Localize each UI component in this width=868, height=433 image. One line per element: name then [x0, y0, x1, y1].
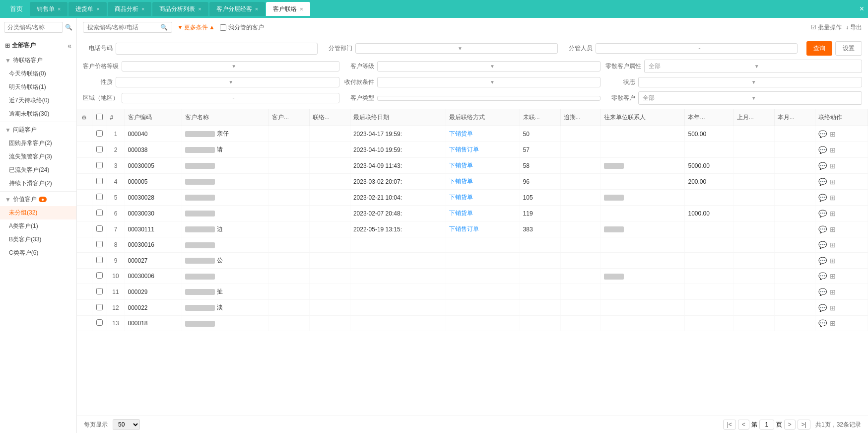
tab-customer-segment[interactable]: 客户分层经客 ×	[209, 2, 265, 16]
td-checkbox[interactable]	[92, 221, 107, 237]
td-checkbox[interactable]	[92, 284, 107, 300]
scatter-attr-select[interactable]: 全部 ▼	[644, 60, 862, 73]
th-settings[interactable]: ⚙	[77, 109, 92, 126]
query-button[interactable]: 查询	[806, 41, 832, 56]
dept-select[interactable]: ▼	[355, 43, 557, 54]
last-way-link[interactable]: 下销售订单	[449, 225, 479, 232]
reset-button[interactable]: 设置	[835, 41, 862, 56]
td-settings[interactable]	[77, 206, 92, 221]
message-icon[interactable]: 💬	[818, 130, 827, 138]
nature-select[interactable]: ▼	[116, 77, 339, 87]
td-settings[interactable]	[77, 253, 92, 269]
td-settings[interactable]	[77, 300, 92, 316]
message-icon[interactable]: 💬	[818, 272, 827, 280]
scatter-customer-select[interactable]: 全部 ▼	[638, 91, 862, 105]
sidebar-item-churned[interactable]: 已流失客户(24)	[0, 163, 76, 177]
row-checkbox[interactable]	[96, 304, 103, 310]
sidebar-item-tomorrow[interactable]: 明天待联络(1)	[0, 80, 76, 94]
grid-action-icon[interactable]: ⊞	[830, 146, 836, 154]
td-checkbox[interactable]	[92, 158, 107, 174]
sidebar-item-ungroup[interactable]: 未分组(32)	[0, 206, 76, 219]
sidebar-item-class-b[interactable]: B类客户(33)	[0, 233, 76, 246]
message-icon[interactable]: 💬	[818, 304, 827, 312]
sidebar-group-pending[interactable]: ▼ 待联络客户	[0, 54, 76, 67]
tab-sales-order[interactable]: 销售单 ×	[30, 2, 67, 16]
close-product-analysis-list-icon[interactable]: ×	[198, 6, 201, 12]
message-icon[interactable]: 💬	[818, 225, 827, 233]
message-icon[interactable]: 💬	[818, 194, 827, 202]
region-select[interactable]: ···	[122, 93, 339, 103]
close-purchase-order-icon[interactable]: ×	[96, 6, 99, 12]
phone-input[interactable]	[116, 43, 318, 55]
close-all-tabs-icon[interactable]: ×	[860, 4, 864, 13]
sidebar-item-churn-warning[interactable]: 流失预警客户(3)	[0, 150, 76, 163]
row-checkbox[interactable]	[96, 257, 103, 263]
message-icon[interactable]: 💬	[818, 146, 827, 154]
td-checkbox[interactable]	[92, 174, 107, 190]
message-icon[interactable]: 💬	[818, 241, 827, 249]
sidebar-item-class-a[interactable]: A类客户(1)	[0, 219, 76, 233]
td-settings[interactable]	[77, 221, 92, 237]
close-sales-order-icon[interactable]: ×	[58, 6, 61, 12]
sidebar-collapse-icon[interactable]: «	[67, 42, 71, 50]
row-checkbox[interactable]	[96, 178, 103, 184]
row-checkbox[interactable]	[96, 162, 103, 168]
sidebar-group-value[interactable]: ▼ 价值客户 ●	[0, 193, 76, 206]
row-checkbox[interactable]	[96, 319, 103, 326]
sidebar-item-7days[interactable]: 近7天待联络(0)	[0, 94, 76, 107]
grid-action-icon[interactable]: ⊞	[830, 288, 836, 296]
td-checkbox[interactable]	[92, 126, 107, 142]
first-page-button[interactable]: |<	[723, 420, 736, 430]
customer-level-select[interactable]: ▼	[377, 61, 601, 72]
td-checkbox[interactable]	[92, 300, 107, 316]
last-way-link[interactable]: 下销货单	[449, 210, 473, 216]
row-checkbox[interactable]	[96, 272, 103, 279]
last-way-link[interactable]: 下销货单	[449, 194, 473, 201]
td-settings[interactable]	[77, 174, 92, 190]
td-checkbox[interactable]	[92, 269, 107, 284]
sidebar-item-class-c[interactable]: C类客户(6)	[0, 246, 76, 260]
row-checkbox[interactable]	[96, 210, 103, 216]
message-icon[interactable]: 💬	[818, 257, 827, 265]
page-number-input[interactable]	[759, 420, 774, 430]
customer-type-select[interactable]	[377, 96, 601, 101]
sidebar-item-today[interactable]: 今天待联络(0)	[0, 67, 76, 80]
tab-purchase-order[interactable]: 进货单 ×	[68, 2, 106, 16]
status-select[interactable]: ▼	[638, 77, 862, 87]
tab-product-analysis-list[interactable]: 商品分析列表 ×	[152, 2, 208, 16]
sidebar-item-abnormal[interactable]: 固购异常客户(2)	[0, 137, 76, 150]
select-all-checkbox[interactable]	[96, 114, 103, 120]
td-checkbox[interactable]	[92, 206, 107, 221]
export-button[interactable]: ↓ 导出	[846, 23, 862, 32]
message-icon[interactable]: 💬	[818, 178, 827, 186]
message-icon[interactable]: 💬	[818, 319, 827, 327]
grid-action-icon[interactable]: ⊞	[830, 319, 836, 327]
grid-action-icon[interactable]: ⊞	[830, 130, 836, 138]
page-size-select[interactable]: 50 20 100	[113, 419, 140, 430]
row-checkbox[interactable]	[96, 146, 103, 152]
my-customers-checkbox[interactable]: 我分管的客户	[220, 23, 264, 32]
search-input[interactable]	[87, 24, 160, 31]
price-level-select[interactable]: ▼	[122, 61, 339, 72]
row-checkbox[interactable]	[96, 130, 103, 137]
sidebar-search-icon[interactable]: 🔍	[65, 24, 72, 31]
row-checkbox[interactable]	[96, 194, 103, 200]
row-checkbox[interactable]	[96, 288, 103, 294]
search-icon[interactable]: 🔍	[160, 24, 168, 31]
last-way-link[interactable]: 下销售订单	[449, 146, 479, 153]
close-customer-contact-icon[interactable]: ×	[300, 6, 303, 12]
message-icon[interactable]: 💬	[818, 162, 827, 170]
td-settings[interactable]	[77, 126, 92, 142]
grid-action-icon[interactable]: ⊞	[830, 162, 836, 170]
grid-action-icon[interactable]: ⊞	[830, 304, 836, 312]
td-settings[interactable]	[77, 158, 92, 174]
td-settings[interactable]	[77, 284, 92, 300]
grid-action-icon[interactable]: ⊞	[830, 257, 836, 265]
close-customer-segment-icon[interactable]: ×	[255, 6, 258, 12]
tab-customer-contact[interactable]: 客户联络 ×	[266, 2, 310, 16]
td-settings[interactable]	[77, 142, 92, 158]
prev-page-button[interactable]: <	[738, 420, 749, 430]
sidebar-item-overdue[interactable]: 逾期未联络(30)	[0, 107, 76, 121]
td-settings[interactable]	[77, 316, 92, 331]
tab-product-analysis[interactable]: 商品分析 ×	[108, 2, 151, 16]
